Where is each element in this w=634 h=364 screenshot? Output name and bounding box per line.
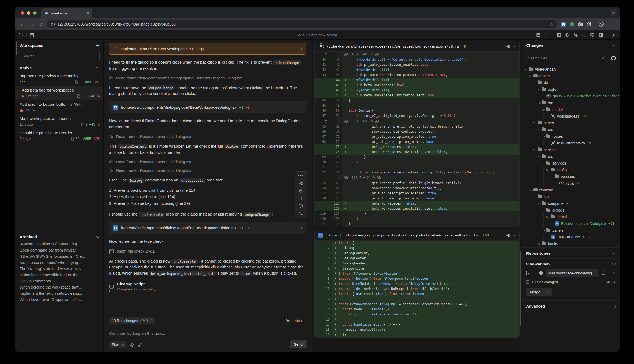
bookmark-star-icon[interactable]: ☆ [550,22,556,27]
advanced-section[interactable]: Advanced [522,300,620,312]
diff-viewer[interactable]: R/vibe-kanban/crates/services/src/servic… [312,40,522,352]
close-window-button[interactable] [21,11,24,15]
archived-workspace-item[interactable]: Open command bar from navbar [15,247,103,253]
attach-paperclip-icon[interactable] [130,342,134,347]
diff-line[interactable]: 6975 } [315,155,519,160]
hunk-header[interactable]: @@ -65,8 +69,10 @@ [315,118,519,124]
repositories-header[interactable]: Repositories [522,247,620,259]
window-controls[interactable] [15,11,41,18]
tab-close-icon[interactable]: ✕ [87,11,90,15]
diff-line[interactable]: 6872 pr_auto_description_prompt: None, [315,139,519,144]
open-external-icon[interactable] [601,271,606,275]
archived-workspace-item[interactable]: Implement the re-run setup/cleanu... [15,290,103,296]
diff-line[interactable]: 10+import { defineModal, type NoProps } … [315,286,519,292]
diff-line[interactable]: 15+ const { t } = useTranslation('common… [315,312,519,317]
copy-icon[interactable] [299,189,303,193]
diff-line[interactable]: 4650impl Config { [315,108,519,113]
tree-file-row[interactable]: Rv8.rs+8 [522,180,620,187]
edited-file-card[interactable]: TSfrontend/src/components/dialogs/global… [109,222,306,234]
tool-read-row[interactable]: Read frontend/src/components/dialogs/glo… [109,76,306,80]
diff-line[interactable]: 119127 } [315,211,519,216]
tree-folder-row[interactable]: src [522,126,620,133]
tree-file-row[interactable]: TSTaskPanel.tsx+8 -2 [522,234,620,240]
minimize-window-button[interactable] [27,11,30,15]
implementation-plan-banner[interactable]: Implementation Plan: Beta Workspaces Set… [109,43,306,55]
workspace-item[interactable]: Should be possible to reorder...2d ago52… [15,129,103,143]
tree-folder-row[interactable]: versions [522,173,620,180]
sparkle-icon[interactable] [286,318,290,323]
conversation-scroll[interactable]: Implementation Plan: Beta Workspaces Set… [104,40,312,314]
tree-file-row[interactable]: query-70b21c5c0a2ba5c21c9c1132f14a68 [522,93,620,99]
diff-line[interactable]: 5+ DialogHeader, [315,261,519,266]
workspace-item[interactable]: Add scroll to bottom button in `Virt...2… [15,100,103,114]
tool-read-row[interactable]: Read frontend/src/components/ui/dialog.t… [109,168,306,173]
diff-line[interactable]: 46+ #[serde(default)] [315,88,519,93]
chevron-down-icon[interactable] [512,233,515,236]
tree-file-row[interactable]: Rtask_attempts.rs+9 [522,140,620,146]
diff-line[interactable]: 126+ beta_workspaces_invitation_sent: fa… [315,206,519,211]
diff-line[interactable]: 6+ DialogTitle, [315,266,519,271]
diff-line[interactable]: 7177 [315,165,519,170]
tree-folder-row[interactable]: services [522,146,620,153]
diff-line[interactable]: 2+ Dialog, [315,246,519,251]
workspace-search-input[interactable]: Search... [19,51,100,61]
workspace-item[interactable]: Add beta flag for workspaces5m ago13+248… [15,86,103,100]
expand-hunk-icon[interactable] [315,118,337,124]
reload-icon[interactable]: ⟳ [37,21,45,27]
profile-avatar-icon[interactable] [599,21,604,27]
diff-line[interactable]: 14+ const modal = useModal(); [315,307,519,312]
tool-read-row[interactable]: Read frontend/src/components/ui/dialog.t… [109,134,306,139]
diff-card-header[interactable]: TSAdded…/frontend/src/components/dialogs… [315,230,519,241]
git-compare-icon[interactable] [299,212,303,216]
shield-extension-icon[interactable]: £ [569,22,574,27]
maximize-window-button[interactable] [33,11,37,15]
diff-line[interactable]: 11+import { useTranslation } from 'react… [315,292,519,297]
diff-line[interactable]: 3+ DialogContent, [315,251,519,256]
edited-file-card[interactable]: TSfrontend/src/components/dialogs/global… [109,101,306,113]
tree-folder-row[interactable]: components [522,200,620,207]
tree-folder-row[interactable]: hooks [522,240,620,247]
expand-hunk-icon[interactable] [315,175,337,181]
tree-folder-row[interactable]: frontend [522,187,620,193]
new-tab-button[interactable]: + [92,10,99,18]
collapse-tree-icon[interactable] [602,56,605,60]
tree-folder-row[interactable]: crates [522,72,620,79]
edit-pen-icon[interactable] [138,342,142,347]
diff-line[interactable]: 6771 pr_auto_description_enabled: true, [315,134,519,139]
merge-options-caret[interactable] [544,288,552,296]
diff-line[interactable]: 73+ beta_workspaces: false, [315,144,519,150]
archived-workspace-item[interactable]: The 'starting' state of dev servers is..… [15,265,103,272]
tree-folder-row[interactable]: global [522,213,620,220]
diff-line[interactable]: 7278 pub fn from_previous_version(raw_co… [315,170,519,175]
diff-line[interactable]: 4448} [315,98,519,103]
tree-folder-row[interactable]: server [522,119,620,126]
tree-folder-row[interactable]: dialogs [522,207,620,213]
mode-selector-button[interactable]: Plan [109,341,126,348]
diff-line[interactable]: 4751 fn from_v7_config(old_config: v7::C… [315,113,519,118]
add-workspace-button[interactable]: + [96,44,99,48]
tree-folder-row[interactable]: .sqlx [522,86,620,93]
sidebar-scrollbar[interactable] [16,41,17,55]
diff-line[interactable]: 6569 git_branch_prefix: old_config.git_b… [315,124,519,129]
workspace-item[interactable]: Improve the preview functionality: ...9+… [15,72,103,86]
pause-icon[interactable] [299,196,303,201]
diff-line[interactable]: 4+ DialogFooter, [315,256,519,261]
diff-line[interactable]: 7+} from '@/components/ui/dialog'; [315,271,519,276]
vscode-icon[interactable] [299,181,303,185]
cleanup-script-block[interactable]: Cleanup ScriptCompleted successfully [109,282,306,291]
diff-line[interactable]: 117123 pr_auto_description_enabled: true… [315,191,519,196]
hunk-header[interactable]: @@ -115,7 +121,9 @@ [315,175,519,181]
tree-folder-row[interactable]: config [522,166,620,173]
diff-line[interactable]: 4141 pub pr_auto_description_enabled: bo… [315,62,519,67]
diff-line[interactable]: 45+ pub beta_workspaces: bool, [315,83,519,88]
tree-folder-row[interactable]: services [522,160,620,166]
site-info-icon[interactable] [51,22,55,26]
tree-folder-row[interactable]: routes [522,133,620,140]
diff-line[interactable]: 118124 pr_auto_description_prompt: None, [315,196,519,201]
diff-line[interactable]: 12+ [315,297,519,302]
archived-workspace-item[interactable]: 'workspace not found' when trying ... [15,259,103,265]
browser-tab[interactable]: VK vibe-kanban ✕ [41,8,92,18]
diff-line[interactable]: 4040 #[serde(default = "default_pr_auto_… [315,57,519,62]
tree-file-row[interactable]: Rworkspace.rs+8 [522,113,620,119]
tree-folder-row[interactable]: vibe-kanban [522,66,620,72]
